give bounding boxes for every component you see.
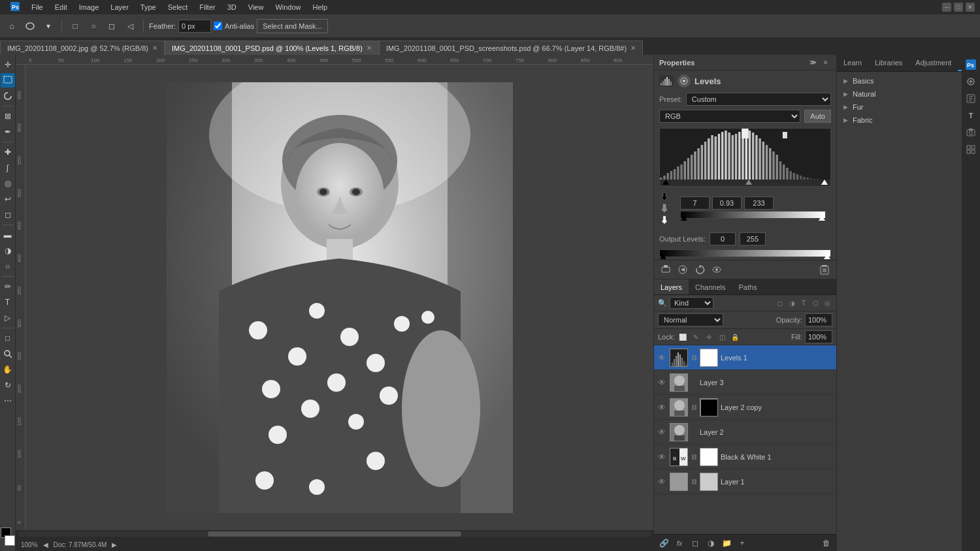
filter-pixel-btn[interactable]: ◻ bbox=[775, 298, 785, 308]
layers-kind-select[interactable]: Kind Name Effect Mode Attribute Color bbox=[670, 297, 713, 309]
layer-1[interactable]: 👁 ⛓ Layer 1 bbox=[654, 469, 836, 494]
type-tool[interactable]: T bbox=[1, 295, 15, 309]
rotate-view-tool[interactable]: ↻ bbox=[1, 378, 15, 392]
path-tool[interactable]: ▷ bbox=[1, 311, 15, 325]
add-layer-btn[interactable]: + bbox=[736, 537, 748, 549]
eyedropper-tool[interactable]: ✒ bbox=[1, 125, 15, 139]
zoom-tool[interactable] bbox=[1, 347, 15, 361]
rect-sel-btn[interactable]: □ bbox=[67, 18, 83, 34]
layer-visibility-2copy[interactable]: 👁 bbox=[657, 402, 667, 413]
auto-button[interactable]: Auto bbox=[804, 110, 831, 123]
selection-tool[interactable] bbox=[1, 73, 15, 87]
tab-1[interactable]: IMG_20201108_0001_PSD.psd @ 100% (Levels… bbox=[165, 40, 379, 55]
lasso-btn[interactable] bbox=[22, 18, 38, 34]
fx-btn[interactable]: fx bbox=[674, 537, 685, 549]
delete-btn[interactable] bbox=[818, 263, 831, 276]
sel-btn2[interactable]: ◁ bbox=[122, 18, 138, 34]
clone-tool[interactable]: ◎ bbox=[1, 176, 15, 191]
channel-select[interactable]: RGB Red Green Blue bbox=[659, 110, 800, 123]
hand-tool[interactable]: ✋ bbox=[1, 362, 15, 377]
lasso-tool[interactable] bbox=[1, 89, 15, 103]
menu-layer[interactable]: Layer bbox=[105, 2, 134, 12]
input-midpoint[interactable] bbox=[712, 197, 742, 210]
layer-visibility-3[interactable]: 👁 bbox=[657, 377, 667, 388]
move-tool[interactable]: ✛ bbox=[1, 57, 15, 72]
layer-3[interactable]: 👁 Layer 3 bbox=[654, 370, 836, 395]
horizontal-scrollbar[interactable] bbox=[16, 530, 653, 538]
close-button[interactable]: ✕ bbox=[966, 3, 975, 12]
blur-tool[interactable]: ◑ bbox=[1, 244, 15, 258]
add-group-btn[interactable]: 📁 bbox=[721, 537, 732, 549]
black-slider[interactable] bbox=[681, 215, 687, 221]
ps-icon-btn[interactable]: Ps bbox=[964, 57, 978, 72]
antialias-checkbox[interactable] bbox=[214, 22, 222, 30]
properties-expand-btn[interactable]: ≫ bbox=[808, 57, 818, 68]
layer-visibility-bw1[interactable]: 👁 bbox=[657, 452, 667, 462]
menu-image[interactable]: Image bbox=[74, 2, 105, 12]
menu-3d[interactable]: 3D bbox=[222, 2, 242, 12]
gradient-tool[interactable]: ▬ bbox=[1, 228, 15, 242]
circle-sel-btn[interactable]: ○ bbox=[86, 18, 101, 34]
layer-visibility-2[interactable]: 👁 bbox=[657, 427, 667, 437]
tab-0-close[interactable]: ✕ bbox=[152, 44, 157, 52]
dodge-tool[interactable]: ○ bbox=[1, 259, 15, 274]
eraser-tool[interactable]: ◻ bbox=[1, 208, 15, 222]
more-tools-btn[interactable]: ⋯ bbox=[1, 394, 15, 408]
feather-input[interactable] bbox=[178, 20, 211, 33]
tab-learn[interactable]: Learn bbox=[837, 55, 868, 71]
output-min-input[interactable] bbox=[710, 232, 736, 245]
menu-edit[interactable]: Edit bbox=[50, 2, 73, 12]
output-white-slider[interactable] bbox=[824, 254, 830, 259]
tab-2[interactable]: IMG_20201108_0001_PSD_screenshots.psd @ … bbox=[379, 40, 643, 55]
preset-select[interactable]: Custom Default bbox=[686, 93, 831, 106]
canvas-viewport[interactable] bbox=[25, 65, 653, 530]
adjust-strip-btn[interactable] bbox=[964, 74, 978, 89]
tab-2-close[interactable]: ✕ bbox=[630, 44, 636, 52]
filter-smart-btn[interactable]: ◎ bbox=[822, 298, 832, 308]
output-black-slider[interactable] bbox=[660, 254, 666, 259]
menu-help[interactable]: Help bbox=[308, 2, 333, 12]
layers-mode-select[interactable]: Normal Multiply Screen Overlay bbox=[658, 313, 723, 326]
black-point-slider[interactable] bbox=[662, 180, 669, 185]
lasso-options-btn[interactable]: ▾ bbox=[41, 18, 56, 34]
lock-paint-btn[interactable]: ✎ bbox=[691, 332, 701, 342]
input-white-point[interactable] bbox=[744, 197, 774, 210]
properties-menu-btn[interactable]: ≡ bbox=[821, 57, 831, 68]
menu-file[interactable]: File bbox=[26, 2, 48, 12]
link-layers-btn[interactable]: 🔗 bbox=[658, 537, 670, 549]
tab-adjustment[interactable]: Adjustment bbox=[909, 55, 958, 71]
shape-tool[interactable]: □ bbox=[1, 331, 15, 345]
style-fur[interactable]: ▶ Fur bbox=[840, 101, 959, 114]
filter-adjustment-btn[interactable]: ◑ bbox=[787, 298, 797, 308]
crop-tool[interactable]: ⊠ bbox=[1, 109, 15, 123]
black-eyedropper[interactable] bbox=[659, 191, 670, 201]
layer-visibility-levels1[interactable]: 👁 bbox=[657, 353, 667, 363]
opacity-input[interactable] bbox=[805, 313, 832, 326]
midpoint-slider[interactable] bbox=[745, 180, 752, 185]
grid-strip-btn[interactable] bbox=[964, 142, 978, 157]
filter-shape-btn[interactable]: ⬡ bbox=[810, 298, 821, 308]
status-arrow-left[interactable]: ◀ bbox=[43, 541, 48, 548]
pin-btn[interactable]: ◻ bbox=[104, 18, 120, 34]
history-tool[interactable]: ↩ bbox=[1, 192, 15, 206]
style-natural[interactable]: ▶ Natural bbox=[840, 87, 959, 101]
fill-input[interactable] bbox=[805, 330, 832, 343]
output-gradient-track[interactable] bbox=[659, 249, 831, 257]
tab-libraries[interactable]: Libraries bbox=[868, 55, 909, 71]
layer-bw1[interactable]: 👁 B W ⛓ Black & White 1 bbox=[654, 445, 836, 469]
add-adjustment-btn[interactable]: ◑ bbox=[705, 537, 717, 549]
white-point-slider[interactable] bbox=[821, 180, 828, 185]
menu-window[interactable]: Window bbox=[270, 2, 306, 12]
brush-tool[interactable]: ∫ bbox=[1, 161, 15, 175]
white-eyedropper[interactable] bbox=[659, 214, 670, 225]
reset-btn[interactable] bbox=[693, 263, 706, 276]
tab-1-close[interactable]: ✕ bbox=[367, 44, 372, 52]
menu-view[interactable]: View bbox=[243, 2, 269, 12]
delete-layer-btn[interactable]: 🗑 bbox=[821, 537, 832, 549]
select-mask-button[interactable]: Select and Mask... bbox=[257, 19, 328, 33]
status-arrow-right[interactable]: ▶ bbox=[112, 541, 117, 548]
home-btn[interactable]: ⌂ bbox=[4, 18, 20, 34]
lock-position-btn[interactable]: ✛ bbox=[704, 332, 714, 342]
white-slider[interactable] bbox=[819, 215, 825, 221]
menu-ps[interactable]: Ps bbox=[5, 1, 25, 14]
